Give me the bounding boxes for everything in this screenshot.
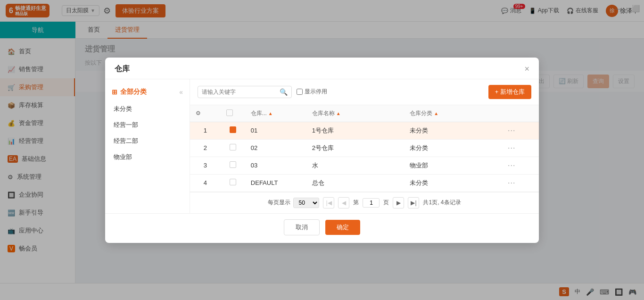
per-page-label: 每页显示 — [268, 199, 290, 207]
search-input[interactable] — [202, 89, 280, 95]
search-icon: 🔍 — [280, 88, 288, 96]
row-category-3: 物业部 — [404, 157, 502, 174]
modal-close-button[interactable]: × — [524, 64, 529, 74]
page-number-input[interactable] — [363, 198, 380, 208]
row-code-4: DEFAULT — [245, 174, 306, 192]
confirm-button[interactable]: 确定 — [325, 220, 360, 235]
modal-overlay: 仓库 × ⊞ 全部分类 « 未分类 经营一部 经营二部 物业部 — [0, 0, 644, 300]
actions-dots-icon-1[interactable]: ··· — [508, 126, 515, 134]
th-category: 仓库分类 ▲ — [404, 105, 502, 122]
th-checkbox — [221, 105, 245, 122]
header-gear-icon: ⚙ — [196, 110, 201, 117]
row-category-2: 未分类 — [404, 139, 502, 157]
table-row[interactable]: 2 02 2号仓库 未分类 ··· — [190, 139, 539, 157]
modal-content-toolbar: 🔍 显示停用 + 新增仓库 — [190, 79, 539, 105]
actions-dots-icon-4[interactable]: ··· — [508, 179, 515, 187]
category-property[interactable]: 物业部 — [105, 149, 190, 165]
modal-sidebar: ⊞ 全部分类 « 未分类 经营一部 经营二部 物业部 — [105, 79, 190, 213]
warehouse-modal: 仓库 × ⊞ 全部分类 « 未分类 经营一部 经营二部 物业部 — [105, 58, 539, 243]
sort-category[interactable]: 仓库分类 ▲ — [410, 109, 496, 117]
cancel-button[interactable]: 取消 — [284, 219, 320, 235]
table-header: ⚙ 仓库... ▲ 仓库名称 — [190, 105, 539, 122]
search-box: 🔍 — [198, 86, 292, 98]
page-unit: 页 — [383, 199, 389, 207]
all-categories-label: 全部分类 — [120, 88, 147, 96]
row-checkbox-1[interactable] — [221, 122, 245, 139]
table-row[interactable]: 1 01 1号仓库 未分类 ··· — [190, 122, 539, 139]
row-check-icon-2[interactable] — [230, 144, 236, 150]
th-code: 仓库... ▲ — [245, 105, 306, 122]
last-page-button[interactable]: ▶| — [408, 197, 419, 208]
show-disabled-label: 显示停用 — [305, 88, 327, 96]
row-category-1: 未分类 — [404, 122, 502, 139]
sort-name[interactable]: 仓库名称 ▲ — [312, 109, 399, 117]
collapse-sidebar-button[interactable]: « — [179, 88, 183, 96]
table-row[interactable]: 4 DEFAULT 总仓 未分类 ··· — [190, 174, 539, 192]
row-name-4: 总仓 — [306, 174, 405, 192]
select-all-checkbox[interactable] — [226, 109, 233, 116]
row-name-1: 1号仓库 — [306, 122, 405, 139]
row-code-1: 01 — [245, 122, 306, 139]
table-header-row: ⚙ 仓库... ▲ 仓库名称 — [190, 105, 539, 122]
row-code-2: 02 — [245, 139, 306, 157]
category-unclassified[interactable]: 未分类 — [105, 101, 190, 117]
next-page-button[interactable]: ▶ — [393, 197, 404, 208]
sort-icon-code: ▲ — [268, 111, 273, 116]
row-checkbox-4[interactable] — [221, 174, 245, 192]
add-warehouse-button[interactable]: + 新增仓库 — [488, 85, 531, 99]
row-actions-4[interactable]: ··· — [502, 174, 539, 192]
th-actions — [502, 105, 539, 122]
row-checkbox-2[interactable] — [221, 139, 245, 157]
row-check-icon-3[interactable] — [230, 161, 236, 168]
modal-header: 仓库 × — [105, 58, 539, 79]
sort-icon-category: ▲ — [434, 111, 438, 116]
grid-icon: ⊞ — [112, 88, 117, 96]
row-category-4: 未分类 — [404, 174, 502, 192]
row-actions-3[interactable]: ··· — [502, 157, 539, 174]
prev-page-button[interactable]: ◀ — [338, 197, 349, 208]
table-row[interactable]: 3 03 水 物业部 ··· — [190, 157, 539, 174]
row-num-4: 4 — [190, 174, 221, 192]
category-operations-1[interactable]: 经营一部 — [105, 117, 190, 133]
table-body: 1 01 1号仓库 未分类 ··· 2 02 2 — [190, 122, 539, 192]
modal-body: ⊞ 全部分类 « 未分类 经营一部 经营二部 物业部 🔍 — [105, 79, 539, 213]
th-category-label: 仓库分类 — [410, 109, 432, 117]
row-actions-1[interactable]: ··· — [502, 122, 539, 139]
row-check-icon-1[interactable] — [230, 126, 236, 133]
show-disabled-checkbox[interactable] — [297, 89, 303, 95]
modal-all-categories[interactable]: ⊞ 全部分类 « — [105, 84, 190, 101]
row-name-3: 水 — [306, 157, 405, 174]
modal-title: 仓库 — [115, 64, 130, 74]
total-info: 共1页, 4条记录 — [423, 199, 461, 207]
per-page-selector: 每页显示 50 100 200 — [268, 198, 319, 208]
th-name: 仓库名称 ▲ — [306, 105, 405, 122]
sort-icon-name: ▲ — [336, 111, 341, 116]
warehouse-table: ⚙ 仓库... ▲ 仓库名称 — [190, 105, 539, 192]
actions-dots-icon-3[interactable]: ··· — [508, 161, 515, 169]
row-num-1: 1 — [190, 122, 221, 139]
category-operations-2[interactable]: 经营二部 — [105, 133, 190, 149]
th-gear: ⚙ — [190, 105, 221, 122]
th-name-label: 仓库名称 — [312, 109, 335, 117]
modal-actions: 取消 确定 — [105, 213, 539, 243]
row-check-icon-4[interactable] — [230, 179, 236, 185]
page-label: 第 — [353, 199, 359, 207]
pagination: 每页显示 50 100 200 |◀ ◀ 第 页 ▶ ▶| 共1页, 4条记录 — [190, 192, 539, 213]
per-page-select[interactable]: 50 100 200 — [293, 198, 319, 208]
row-code-3: 03 — [245, 157, 306, 174]
th-code-label: 仓库... — [251, 109, 267, 117]
modal-content-area: 🔍 显示停用 + 新增仓库 ⚙ — [190, 79, 539, 213]
row-actions-2[interactable]: ··· — [502, 139, 539, 157]
warehouse-table-wrap: ⚙ 仓库... ▲ 仓库名称 — [190, 105, 539, 192]
row-num-3: 3 — [190, 157, 221, 174]
row-checkbox-3[interactable] — [221, 157, 245, 174]
actions-dots-icon-2[interactable]: ··· — [508, 144, 515, 152]
row-name-2: 2号仓库 — [306, 139, 405, 157]
first-page-button[interactable]: |◀ — [323, 197, 334, 208]
show-disabled-checkbox-label[interactable]: 显示停用 — [297, 88, 327, 96]
row-num-2: 2 — [190, 139, 221, 157]
sort-code[interactable]: 仓库... ▲ — [251, 109, 301, 117]
